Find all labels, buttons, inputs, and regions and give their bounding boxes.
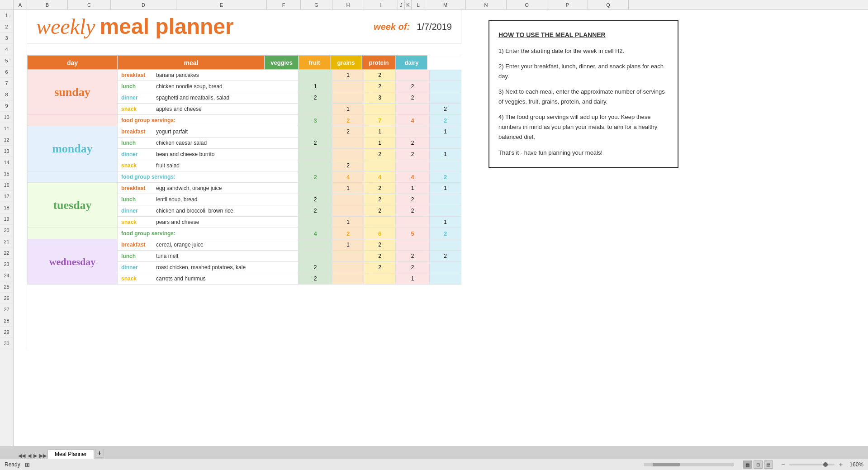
- monday-breakfast-fruit[interactable]: 2: [332, 126, 364, 137]
- monday-snack-food[interactable]: fruit salad: [156, 160, 298, 171]
- sunday-dinner-protein[interactable]: 2: [395, 92, 429, 103]
- tuesday-dinner-veggies[interactable]: 2: [298, 205, 332, 216]
- tuesday-snack-fruit[interactable]: 1: [332, 217, 364, 228]
- monday-snack-fruit[interactable]: 2: [332, 160, 364, 171]
- tuesday-breakfast-dairy[interactable]: 1: [429, 183, 461, 194]
- sunday-lunch-dairy[interactable]: [429, 81, 461, 92]
- sunday-breakfast-food[interactable]: banana pancakes: [156, 70, 298, 81]
- tuesday-snack-dairy[interactable]: 1: [429, 217, 461, 228]
- monday-snack-grains[interactable]: [364, 160, 395, 171]
- monday-lunch-food[interactable]: chicken caesar salad: [156, 138, 298, 148]
- wednesday-lunch-veggies[interactable]: [298, 251, 332, 261]
- nav-next-icon[interactable]: ▶: [33, 453, 37, 459]
- tuesday-snack-veggies[interactable]: [298, 217, 332, 228]
- wednesday-lunch-protein[interactable]: 2: [395, 251, 429, 261]
- monday-dinner-food[interactable]: bean and cheese burrito: [156, 149, 298, 160]
- tuesday-lunch-grains[interactable]: 2: [364, 194, 395, 205]
- monday-breakfast-protein[interactable]: [395, 126, 429, 137]
- sunday-snack-grains[interactable]: [364, 104, 395, 114]
- monday-dinner-protein[interactable]: 2: [395, 149, 429, 160]
- nav-last-icon[interactable]: ▶▶: [39, 453, 47, 459]
- week-date[interactable]: 1/7/2019: [417, 22, 452, 32]
- nav-prev-icon[interactable]: ◀: [28, 453, 31, 459]
- sunday-dinner-grains[interactable]: 3: [364, 92, 395, 103]
- wednesday-lunch-dairy[interactable]: 2: [429, 251, 461, 261]
- wednesday-breakfast-fruit[interactable]: 1: [332, 239, 364, 250]
- tuesday-dinner-protein[interactable]: 2: [395, 205, 429, 216]
- sunday-lunch-protein[interactable]: 2: [395, 81, 429, 92]
- monday-breakfast-dairy[interactable]: 1: [429, 126, 461, 137]
- page-layout-button[interactable]: ⊟: [754, 461, 763, 469]
- wednesday-breakfast-dairy[interactable]: [429, 239, 461, 250]
- tuesday-dinner-fruit[interactable]: [332, 205, 364, 216]
- monday-dinner-veggies[interactable]: [298, 149, 332, 160]
- zoom-slider[interactable]: [789, 464, 835, 465]
- monday-snack-veggies[interactable]: [298, 160, 332, 171]
- sunday-snack-veggies[interactable]: [298, 104, 332, 114]
- sunday-snack-fruit[interactable]: 1: [332, 104, 364, 114]
- zoom-slider-thumb[interactable]: [823, 462, 828, 467]
- page-break-button[interactable]: ▤: [764, 461, 773, 469]
- sunday-lunch-fruit[interactable]: [332, 81, 364, 92]
- tuesday-lunch-food[interactable]: lentil soup, bread: [156, 194, 298, 205]
- monday-snack-dairy[interactable]: [429, 160, 461, 171]
- sunday-dinner-food[interactable]: spaghetti and meatballs, salad: [156, 92, 298, 103]
- wednesday-snack-veggies[interactable]: 2: [298, 273, 332, 284]
- monday-breakfast-veggies[interactable]: [298, 126, 332, 137]
- monday-dinner-fruit[interactable]: [332, 149, 364, 160]
- wednesday-dinner-fruit[interactable]: [332, 262, 364, 273]
- tuesday-lunch-dairy[interactable]: [429, 194, 461, 205]
- wednesday-lunch-grains[interactable]: 2: [364, 251, 395, 261]
- sunday-breakfast-fruit[interactable]: 1: [332, 70, 364, 81]
- tuesday-breakfast-veggies[interactable]: [298, 183, 332, 194]
- sunday-snack-protein[interactable]: [395, 104, 429, 114]
- monday-dinner-grains[interactable]: 2: [364, 149, 395, 160]
- monday-breakfast-grains[interactable]: 1: [364, 126, 395, 137]
- tuesday-breakfast-fruit[interactable]: 1: [332, 183, 364, 194]
- sunday-dinner-fruit[interactable]: [332, 92, 364, 103]
- tuesday-snack-food[interactable]: pears and cheese: [156, 217, 298, 228]
- sunday-dinner-veggies[interactable]: 2: [298, 92, 332, 103]
- monday-lunch-veggies[interactable]: 2: [298, 138, 332, 148]
- zoom-minus-button[interactable]: −: [781, 461, 785, 468]
- sunday-snack-food[interactable]: apples and cheese: [156, 104, 298, 114]
- wednesday-snack-food[interactable]: carrots and hummus: [156, 273, 298, 284]
- sunday-breakfast-dairy[interactable]: [429, 70, 461, 81]
- tuesday-snack-protein[interactable]: [395, 217, 429, 228]
- tuesday-lunch-veggies[interactable]: 2: [298, 194, 332, 205]
- wednesday-dinner-veggies[interactable]: 2: [298, 262, 332, 273]
- sunday-lunch-grains[interactable]: 2: [364, 81, 395, 92]
- sunday-lunch-veggies[interactable]: 1: [298, 81, 332, 92]
- sunday-breakfast-grains[interactable]: 2: [364, 70, 395, 81]
- wednesday-lunch-fruit[interactable]: [332, 251, 364, 261]
- add-sheet-button[interactable]: +: [95, 449, 104, 458]
- monday-lunch-dairy[interactable]: [429, 138, 461, 148]
- monday-lunch-fruit[interactable]: [332, 138, 364, 148]
- wednesday-dinner-grains[interactable]: 2: [364, 262, 395, 273]
- normal-view-button[interactable]: ▦: [743, 461, 752, 469]
- zoom-plus-button[interactable]: +: [839, 461, 843, 468]
- sheet-tab-meal-planner[interactable]: Meal Planner: [47, 449, 94, 459]
- sunday-snack-dairy[interactable]: 2: [429, 104, 461, 114]
- wednesday-snack-grains[interactable]: [364, 273, 395, 284]
- horizontal-scrollbar[interactable]: [644, 463, 734, 466]
- wednesday-snack-protein[interactable]: 1: [395, 273, 429, 284]
- monday-snack-protein[interactable]: [395, 160, 429, 171]
- scrollbar-thumb[interactable]: [653, 463, 680, 466]
- monday-dinner-dairy[interactable]: 1: [429, 149, 461, 160]
- wednesday-breakfast-veggies[interactable]: [298, 239, 332, 250]
- wednesday-snack-fruit[interactable]: [332, 273, 364, 284]
- nav-first-icon[interactable]: ◀◀: [18, 453, 25, 459]
- wednesday-dinner-food[interactable]: roast chicken, mashed potatoes, kale: [156, 262, 298, 273]
- tuesday-dinner-grains[interactable]: 2: [364, 205, 395, 216]
- wednesday-lunch-food[interactable]: tuna melt: [156, 251, 298, 261]
- tuesday-dinner-food[interactable]: chicken and broccoli, brown rice: [156, 205, 298, 216]
- wednesday-dinner-protein[interactable]: 2: [395, 262, 429, 273]
- tuesday-dinner-dairy[interactable]: [429, 205, 461, 216]
- wednesday-breakfast-protein[interactable]: [395, 239, 429, 250]
- wednesday-snack-dairy[interactable]: [429, 273, 461, 284]
- wednesday-breakfast-food[interactable]: cereal, orange juice: [156, 239, 298, 250]
- tuesday-snack-grains[interactable]: [364, 217, 395, 228]
- tuesday-lunch-protein[interactable]: 2: [395, 194, 429, 205]
- monday-lunch-protein[interactable]: 2: [395, 138, 429, 148]
